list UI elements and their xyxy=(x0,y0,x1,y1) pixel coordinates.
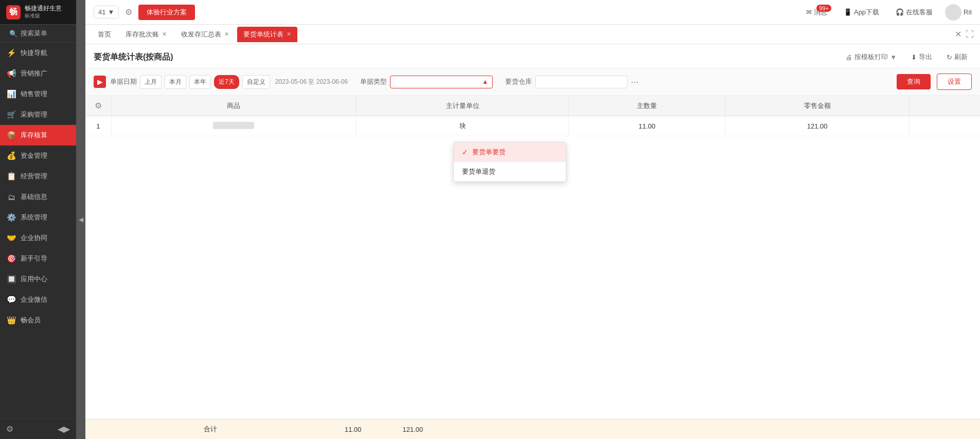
sidebar-item-system[interactable]: ⚙️ 系统管理 xyxy=(0,207,76,228)
th-extra xyxy=(910,96,980,116)
store-dropdown-arrow: ▼ xyxy=(108,8,114,16)
tabs-right: ✕ ⛶ xyxy=(955,29,974,39)
table-settings-icon[interactable]: ⚙ xyxy=(95,101,102,110)
header-right: ✉ 消息 99+ 📱 App下载 🎧 在线客服 Rit xyxy=(806,4,972,21)
collapse-icon[interactable]: ◀▶ xyxy=(58,424,70,434)
toggle-arrow: ◀ xyxy=(79,216,83,223)
sidebar-item-operations[interactable]: 📋 经营管理 xyxy=(0,166,76,187)
sidebar-item-inventory[interactable]: 📦 库存核算 xyxy=(0,125,76,145)
date-btn-custom[interactable]: 自定义 xyxy=(242,75,270,89)
column-settings-button[interactable]: 设置 xyxy=(937,74,972,90)
sidebar-item-purchase[interactable]: 🛒 采购管理 xyxy=(0,104,76,125)
export-label: 导出 xyxy=(919,52,932,62)
store-selector[interactable]: 41 ▼ xyxy=(94,6,119,19)
type-filter-label: 单据类型 xyxy=(360,77,387,86)
messages-badge: 99+ xyxy=(816,5,831,12)
sidebar-label-enterprise: 企业协同 xyxy=(21,233,47,243)
sidebar-item-members[interactable]: 👑 畅会员 xyxy=(0,310,76,331)
app-download-button[interactable]: 📱 App下载 xyxy=(844,8,879,17)
sidebar-label-inventory: 库存核算 xyxy=(21,131,47,140)
tab-expand-icon[interactable]: ⛶ xyxy=(966,30,974,39)
print-label: 按模板打印 xyxy=(854,52,888,62)
tab-order-close[interactable]: ✕ xyxy=(287,31,291,38)
th-unit: 主计量单位 xyxy=(357,96,569,116)
page-title-bar: 要货单统计表(按商品) 🖨 按模板打印 ▼ ⬇ 导出 ↻ 刷新 xyxy=(85,44,980,68)
sidebar-label-guide: 新手引导 xyxy=(21,254,47,263)
tab-close-all-icon[interactable]: ✕ xyxy=(955,29,961,39)
tab-order-stats[interactable]: 要货单统计表 ✕ xyxy=(237,27,297,42)
th-product: 商品 xyxy=(111,96,357,116)
sidebar-item-enterprise[interactable]: 🤝 企业协同 xyxy=(0,228,76,248)
enterprise-icon: 🤝 xyxy=(6,233,16,243)
th-amount: 零售金额 xyxy=(725,96,909,116)
sidebar-label-marketing: 营销推广 xyxy=(21,69,47,78)
messages-button[interactable]: ✉ 消息 99+ xyxy=(806,8,827,17)
sidebar-item-wechat[interactable]: 💬 企业微信 xyxy=(0,289,76,310)
sidebar-toggle[interactable]: ◀ xyxy=(76,0,85,439)
sidebar-nav: ⚡ 快捷导航 📢 营销推广 📊 销售管理 🛒 采购管理 📦 库存核算 💰 资金管… xyxy=(0,43,76,418)
footer-label: 合计 xyxy=(204,425,217,434)
type-filter-group: 单据类型 ▲ xyxy=(360,76,493,88)
sidebar-item-apps[interactable]: 🔲 应用中心 xyxy=(0,269,76,289)
type-select-arrow-up: ▲ xyxy=(482,78,488,85)
user-profile[interactable]: Rit xyxy=(945,4,972,21)
warehouse-input[interactable] xyxy=(535,76,628,88)
date-btn-this-year[interactable]: 本年 xyxy=(189,75,211,89)
query-button[interactable]: 查询 xyxy=(897,74,931,89)
dropdown-item-order-return-label: 要货单退货 xyxy=(462,167,495,176)
operations-icon: 📋 xyxy=(6,171,16,181)
settings-gear-icon[interactable]: ⚙ xyxy=(125,7,132,17)
sidebar-item-basic[interactable]: 🗂 基础信息 xyxy=(0,187,76,207)
basic-icon: 🗂 xyxy=(6,192,16,202)
refresh-button[interactable]: ↻ 刷新 xyxy=(942,50,972,64)
dropdown-item-order-goods[interactable]: ✓ 要货单要货 xyxy=(454,142,566,162)
date-btn-this-month[interactable]: 本月 xyxy=(165,75,186,89)
tab-home[interactable]: 首页 xyxy=(92,27,117,42)
tab-batch-inventory[interactable]: 库存批次账 ✕ xyxy=(119,27,173,42)
th-settings[interactable]: ⚙ xyxy=(85,96,111,116)
dropdown-item-order-return[interactable]: 要货单退货 xyxy=(454,162,566,181)
user-avatar xyxy=(945,4,961,21)
sidebar-item-marketing[interactable]: 📢 营销推广 xyxy=(0,63,76,84)
sidebar: 畅 畅捷通好生意 标准版 🔍 搜索菜单 ⚡ 快捷导航 📢 营销推广 📊 销售管理… xyxy=(0,0,76,439)
export-button[interactable]: ⬇ 导出 xyxy=(907,50,936,64)
online-service-button[interactable]: 🎧 在线客服 xyxy=(896,8,933,17)
date-btn-last-month[interactable]: 上月 xyxy=(140,75,162,89)
service-icon: 🎧 xyxy=(896,8,904,16)
check-mark-icon: ✓ xyxy=(462,148,468,156)
warehouse-more-icon[interactable]: ··· xyxy=(631,77,638,87)
date-range-display: 2023-05-06 至 2023-06-06 xyxy=(275,78,348,86)
cell-seq: 1 xyxy=(85,116,111,136)
sidebar-item-sales[interactable]: 📊 销售管理 xyxy=(0,84,76,104)
tab-collect-summary[interactable]: 收发存汇总表 ✕ xyxy=(175,27,235,42)
table-footer: 合计 11.00 121.00 xyxy=(85,419,980,439)
tab-collect-close[interactable]: ✕ xyxy=(224,31,229,38)
trial-button[interactable]: 体验行业方案 xyxy=(138,5,195,20)
tab-batch-close[interactable]: ✕ xyxy=(162,31,167,38)
sidebar-label-basic: 基础信息 xyxy=(21,192,47,202)
main-area: 41 ▼ ⚙ 体验行业方案 ✉ 消息 99+ 📱 App下载 🎧 在线客服 R xyxy=(85,0,980,439)
sidebar-item-quick-nav[interactable]: ⚡ 快捷导航 xyxy=(0,43,76,63)
sidebar-item-guide[interactable]: 🎯 新手引导 xyxy=(0,248,76,269)
header-left: 41 ▼ ⚙ 体验行业方案 xyxy=(94,5,195,20)
page-title: 要货单统计表(按商品) xyxy=(94,52,173,63)
app-logo: 畅 畅捷通好生意 标准版 xyxy=(0,0,76,25)
search-label: 搜索菜单 xyxy=(21,29,47,38)
type-filter-select[interactable]: ▲ xyxy=(390,76,493,88)
th-qty: 主数量 xyxy=(569,96,725,116)
table-body: 1 块 11.00 121.00 xyxy=(85,116,980,136)
message-icon: ✉ xyxy=(806,8,812,16)
sidebar-label-sales: 销售管理 xyxy=(21,89,47,99)
date-btn-recent-7days[interactable]: 近7天 xyxy=(214,75,239,89)
search-icon: 🔍 xyxy=(9,30,17,38)
settings-icon[interactable]: ⚙ xyxy=(6,424,13,434)
app-icon: 📱 xyxy=(844,8,852,16)
app-download-label: App下载 xyxy=(854,8,879,17)
refresh-icon: ↻ xyxy=(947,53,952,61)
sidebar-item-finance[interactable]: 💰 资金管理 xyxy=(0,145,76,166)
print-button[interactable]: 🖨 按模板打印 ▼ xyxy=(842,50,901,64)
search-menu[interactable]: 🔍 搜索菜单 xyxy=(0,25,76,43)
table-header: ⚙ 商品 主计量单位 主数量 零售金额 xyxy=(85,96,980,116)
cell-amount: 121.00 xyxy=(725,116,909,136)
filter-expand-button[interactable]: ▶ xyxy=(94,76,106,88)
